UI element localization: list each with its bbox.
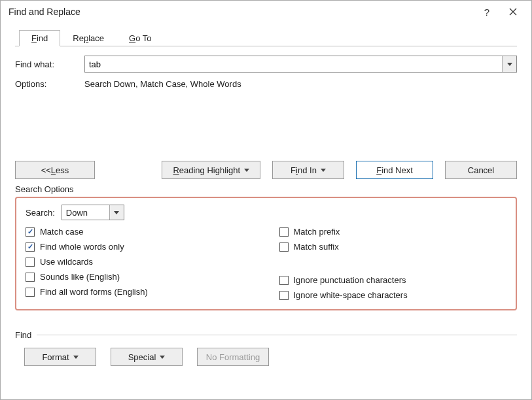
options-row: Options: Search Down, Match Case, Whole …	[15, 79, 517, 89]
find-in-button[interactable]: Find In	[272, 161, 344, 179]
cancel-button[interactable]: Cancel	[445, 161, 517, 179]
check-match-suffix[interactable]: Match suffix	[279, 242, 507, 252]
check-ignore-punct[interactable]: Ignore punctuation characters	[279, 275, 507, 285]
find-what-row: Find what:	[15, 56, 517, 73]
checkbox-icon	[279, 291, 289, 300]
main-button-row: << Less Reading Highlight Find In Find N…	[15, 161, 517, 179]
find-separator: Find	[15, 330, 517, 340]
chevron-down-icon	[114, 211, 119, 214]
format-button[interactable]: Format	[24, 348, 96, 366]
tab-replace[interactable]: Replace	[60, 30, 116, 46]
options-label: Options:	[15, 79, 84, 89]
checkbox-icon	[26, 288, 35, 297]
less-button[interactable]: << Less	[15, 161, 95, 179]
tab-find[interactable]: Find	[19, 30, 60, 46]
checkbox-icon: ✓	[26, 242, 35, 252]
checkbox-icon	[26, 258, 35, 267]
check-whole-words[interactable]: ✓Find whole words only	[26, 242, 253, 252]
options-columns: ✓Match case ✓Find whole words only Use w…	[26, 227, 506, 300]
options-col-right: Match prefix Match suffix Ignore punctua…	[253, 227, 507, 300]
format-button-row: Format Special No Formatting	[24, 348, 517, 366]
check-ignore-whitespace[interactable]: Ignore white-space characters	[279, 290, 507, 300]
checkbox-icon: ✓	[26, 227, 35, 237]
find-what-label: Find what:	[15, 59, 84, 69]
chevron-down-icon	[321, 169, 326, 172]
search-label: Search:	[26, 208, 55, 218]
chevron-down-icon	[73, 356, 79, 359]
chevron-down-icon	[507, 63, 512, 66]
find-replace-dialog: Find and Replace ? Find Replace Go To Fi…	[0, 0, 532, 400]
find-what-input[interactable]	[85, 56, 502, 72]
search-options-title: Search Options	[15, 184, 517, 194]
options-text: Search Down, Match Case, Whole Words	[84, 79, 241, 89]
find-next-button[interactable]: Find Next	[356, 161, 433, 179]
check-match-case[interactable]: ✓Match case	[26, 227, 253, 237]
search-direction-row: Search: Down	[26, 205, 506, 220]
search-direction-value: Down	[62, 205, 109, 220]
checkbox-icon	[279, 227, 289, 237]
search-direction-select[interactable]: Down	[62, 205, 124, 220]
dialog-title: Find and Replace	[9, 7, 474, 17]
find-what-combo[interactable]	[84, 56, 517, 73]
special-button[interactable]: Special	[111, 348, 183, 366]
tabs: Find Replace Go To	[15, 29, 517, 46]
check-sounds-like[interactable]: Sounds like (English)	[26, 272, 253, 282]
find-what-dropdown[interactable]	[502, 56, 516, 72]
tab-goto[interactable]: Go To	[116, 30, 164, 46]
no-formatting-button: No Formatting	[197, 348, 269, 366]
dialog-content: Find Replace Go To Find what: Options: S…	[1, 23, 531, 373]
help-button[interactable]: ?	[474, 1, 500, 23]
search-options-box: Search: Down ✓Match case ✓Find whole wor…	[15, 197, 517, 310]
chevron-down-icon	[244, 169, 249, 172]
checkbox-icon	[279, 242, 289, 252]
options-col-left: ✓Match case ✓Find whole words only Use w…	[26, 227, 253, 300]
check-word-forms[interactable]: Find all word forms (English)	[26, 287, 253, 297]
search-direction-dropdown[interactable]	[109, 205, 124, 220]
chevron-down-icon	[160, 356, 165, 359]
checkbox-icon	[279, 276, 289, 285]
separator-line	[37, 335, 517, 335]
reading-highlight-button[interactable]: Reading Highlight	[162, 161, 260, 179]
check-wildcards[interactable]: Use wildcards	[26, 257, 253, 267]
close-button[interactable]	[500, 1, 526, 23]
titlebar: Find and Replace ?	[1, 1, 531, 23]
checkbox-icon	[26, 273, 35, 282]
close-icon	[509, 8, 517, 16]
find-separator-label: Find	[15, 330, 31, 340]
check-match-prefix[interactable]: Match prefix	[279, 227, 507, 237]
